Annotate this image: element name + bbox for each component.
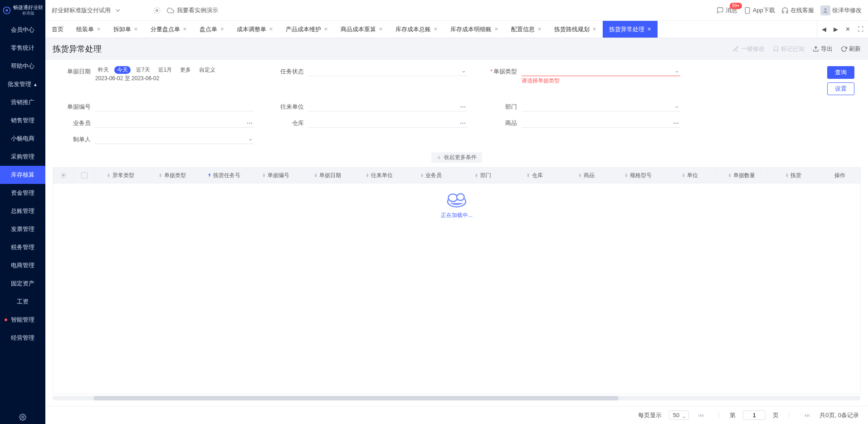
tab-4[interactable]: 盘点单✕ xyxy=(193,21,230,38)
col-7[interactable]: ▲▼部门 xyxy=(457,172,509,179)
more-icon[interactable]: ⋯ xyxy=(460,103,466,110)
close-icon[interactable]: ✕ xyxy=(494,26,498,32)
task-status-input[interactable] xyxy=(308,66,467,76)
tab-2[interactable]: 拆卸单✕ xyxy=(107,21,144,38)
online-service-button[interactable]: 在线客服 xyxy=(781,6,814,14)
chevron-down-icon[interactable]: ⌄ xyxy=(461,67,466,74)
close-icon[interactable]: ✕ xyxy=(324,26,328,32)
sidebar-item-11[interactable]: 发票管理 xyxy=(0,220,45,238)
col-6[interactable]: ▲▼业务员 xyxy=(405,172,457,179)
close-icon[interactable]: ✕ xyxy=(183,26,187,32)
sidebar-item-0[interactable]: 会员中心 xyxy=(0,21,45,39)
tab-8[interactable]: 库存成本总账✕ xyxy=(389,21,444,38)
sidebar-item-8[interactable]: 库存核算 xyxy=(0,166,45,184)
col-13[interactable]: ▲▼拣货 xyxy=(768,172,819,179)
dept-input[interactable] xyxy=(522,101,680,111)
more-icon[interactable]: ⋯ xyxy=(460,120,466,126)
sidebar-item-16[interactable]: 智能管理 xyxy=(0,311,45,329)
col-12[interactable]: ▲▼单据数量 xyxy=(716,172,768,179)
date-quick-custom[interactable]: 自定义 xyxy=(196,66,218,74)
sidebar-item-2[interactable]: 帮助中心 xyxy=(0,57,45,75)
close-icon[interactable]: ✕ xyxy=(379,26,383,32)
col-0[interactable]: ▲▼异常类型 xyxy=(95,172,146,179)
export-button[interactable]: 导出 xyxy=(813,45,833,53)
tab-0[interactable]: 首页 xyxy=(45,21,70,38)
creator-input[interactable] xyxy=(95,134,254,144)
close-icon[interactable]: ✕ xyxy=(220,26,224,32)
chevron-down-icon[interactable]: ⌄ xyxy=(248,135,253,142)
sidebar-item-12[interactable]: 税务管理 xyxy=(0,238,45,256)
sidebar-item-14[interactable]: 固定资产 xyxy=(0,275,45,293)
tabs-fullscreen[interactable]: ⛶ xyxy=(856,26,865,33)
close-icon[interactable]: ✕ xyxy=(269,26,273,32)
col-11[interactable]: ▲▼单位 xyxy=(664,172,716,179)
message-button[interactable]: 消息 99+ xyxy=(717,6,737,14)
tab-6[interactable]: 产品成本维护✕ xyxy=(279,21,334,38)
tab-7[interactable]: 商品成本重算✕ xyxy=(334,21,389,38)
col-2[interactable]: ▲▼拣货任务号 xyxy=(198,172,250,179)
tab-11[interactable]: 拣货路线规划✕ xyxy=(548,21,603,38)
col-1[interactable]: ▲▼单据类型 xyxy=(146,172,198,179)
close-icon[interactable]: ✕ xyxy=(97,26,101,32)
pager-first[interactable]: ⏮ xyxy=(696,412,706,419)
chevron-down-icon[interactable]: ⌄ xyxy=(674,102,679,109)
date-quick-last7[interactable]: 近7天 xyxy=(133,66,153,74)
gear-icon[interactable] xyxy=(153,7,161,14)
date-quick-more[interactable]: 更多 xyxy=(177,66,194,74)
sidebar-item-15[interactable]: 工资 xyxy=(0,293,45,311)
tab-5[interactable]: 成本调整单✕ xyxy=(230,21,279,38)
sidebar-item-3[interactable]: 批发管理▲ xyxy=(0,75,45,93)
pager-last[interactable]: ⏭ xyxy=(803,412,812,419)
date-quick-yesterday[interactable]: 昨天 xyxy=(95,66,112,74)
col-checkbox[interactable] xyxy=(74,168,95,183)
close-icon[interactable]: ✕ xyxy=(647,26,651,32)
col-3[interactable]: ▲▼单据编号 xyxy=(250,172,302,179)
close-icon[interactable]: ✕ xyxy=(592,26,596,32)
sidebar-item-9[interactable]: 资金管理 xyxy=(0,184,45,202)
order-no-input[interactable] xyxy=(95,101,254,111)
col-9[interactable]: ▲▼商品 xyxy=(561,172,612,179)
tabs-close[interactable]: ✕ xyxy=(844,26,852,33)
sidebar-item-1[interactable]: 零售统计 xyxy=(0,39,45,57)
sidebar-item-4[interactable]: 营销推广 xyxy=(0,93,45,111)
close-icon[interactable]: ✕ xyxy=(434,26,438,32)
sidebar-item-7[interactable]: 采购管理 xyxy=(0,148,45,166)
product-input[interactable] xyxy=(522,118,680,128)
more-icon[interactable]: ⋯ xyxy=(673,120,679,126)
pager-next[interactable]: 〉 xyxy=(786,411,795,419)
app-title-select[interactable]: 好业财标准版交付试用 xyxy=(52,6,147,14)
order-type-input[interactable] xyxy=(522,66,680,76)
col-4[interactable]: ▲▼单据日期 xyxy=(302,172,354,179)
tab-10[interactable]: 配置信息✕ xyxy=(505,21,548,38)
close-icon[interactable]: ✕ xyxy=(537,26,541,32)
col-10[interactable]: ▲▼规格型号 xyxy=(612,172,664,179)
sidebar-item-13[interactable]: 电商管理 xyxy=(0,256,45,275)
tab-1[interactable]: 组装单✕ xyxy=(70,21,107,38)
col-5[interactable]: ▲▼往来单位 xyxy=(354,172,405,179)
salesman-input[interactable] xyxy=(95,118,254,128)
date-quick-last1m[interactable]: 近1月 xyxy=(156,66,175,74)
more-icon[interactable]: ⋯ xyxy=(247,120,253,126)
sidebar-settings[interactable] xyxy=(0,410,45,424)
sidebar-item-17[interactable]: 经营管理 xyxy=(0,329,45,347)
per-page-select[interactable]: 50⌄ xyxy=(669,410,689,420)
chevron-down-icon[interactable]: ⌄ xyxy=(674,67,679,74)
tabs-next[interactable]: ▶ xyxy=(832,26,840,33)
partner-input[interactable] xyxy=(308,101,467,111)
col-8[interactable]: ▲▼仓库 xyxy=(509,172,561,179)
close-icon[interactable]: ✕ xyxy=(134,26,138,32)
horizontal-scrollbar[interactable] xyxy=(53,396,861,402)
tab-9[interactable]: 库存成本明细账✕ xyxy=(444,21,505,38)
sidebar-item-5[interactable]: 销售管理 xyxy=(0,111,45,130)
query-button[interactable]: 查询 xyxy=(827,66,854,79)
date-quick-today[interactable]: 今天 xyxy=(114,66,131,74)
collapse-filters[interactable]: 收起更多条件 xyxy=(431,152,482,163)
user-menu[interactable]: 徐泽华修改 xyxy=(820,5,862,15)
tab-12[interactable]: 拣货异常处理✕ xyxy=(603,21,658,38)
warehouse-input[interactable] xyxy=(308,118,467,128)
refresh-button[interactable]: 刷新 xyxy=(841,45,861,53)
sidebar-item-6[interactable]: 小畅电商 xyxy=(0,130,45,148)
page-input[interactable] xyxy=(743,410,766,420)
scrollbar-thumb[interactable] xyxy=(93,396,619,400)
pager-prev[interactable]: 〈 xyxy=(713,411,722,419)
